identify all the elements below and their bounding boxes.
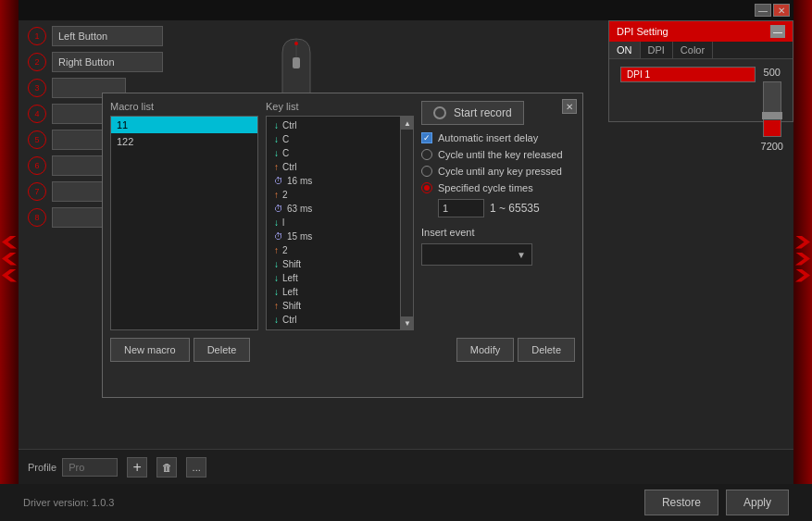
button-row-2: 2 Right Button bbox=[28, 52, 213, 72]
arrow-down-icon-8: ↓ bbox=[274, 315, 279, 325]
timer-icon-2: ⏱ bbox=[274, 204, 283, 214]
arrow-down-icon-9: ↓ bbox=[274, 329, 279, 330]
key-list-title: Key list bbox=[266, 101, 414, 112]
key-item-15: ↓ Ctrl bbox=[269, 313, 398, 327]
button-number-7: 7 bbox=[28, 182, 46, 201]
button-label-4[interactable] bbox=[52, 104, 107, 124]
options-section: Automatic insert delay Cycle until the k… bbox=[421, 132, 575, 266]
dropdown-arrow-icon: ▼ bbox=[517, 250, 526, 260]
left-chevrons bbox=[2, 236, 17, 286]
new-macro-button[interactable]: New macro bbox=[110, 338, 190, 362]
button-label-7[interactable] bbox=[52, 181, 107, 202]
title-bar: — ✕ bbox=[19, 0, 793, 20]
key-item-16: ↓ C bbox=[269, 327, 398, 330]
key-items-container: ↓ Ctrl ↓ C ↓ C ↑ Ctrl ⏱ 16 ms ↑ 2 ⏱ 63 m… bbox=[267, 117, 413, 330]
cycle-key-released-radio[interactable] bbox=[421, 149, 432, 160]
dpi-tabs: ON DPI Color bbox=[609, 42, 793, 59]
arrow-down-icon-7: ↓ bbox=[274, 287, 279, 297]
macro-dialog-close[interactable]: ✕ bbox=[562, 99, 577, 114]
cycle-key-released-row: Cycle until the key released bbox=[421, 149, 575, 160]
key-item-6: ↑ 2 bbox=[269, 188, 398, 202]
key-item-10: ↑ 2 bbox=[269, 243, 398, 257]
chevron-right-2 bbox=[795, 253, 810, 266]
arrow-down-icon-2: ↓ bbox=[274, 134, 279, 144]
driver-version-text: Driver version: 1.0.3 bbox=[23, 497, 114, 508]
arrow-down-icon-3: ↓ bbox=[274, 148, 279, 158]
button-number-4: 4 bbox=[28, 105, 46, 123]
svg-point-2 bbox=[294, 42, 298, 45]
dpi-item-1[interactable]: DPI 1 bbox=[620, 67, 756, 82]
button-label-2[interactable]: Right Button bbox=[52, 52, 163, 72]
delete-macro-button[interactable]: Delete bbox=[194, 338, 251, 362]
key-item-7: ⏱ 63 ms bbox=[269, 202, 398, 216]
restore-button[interactable]: Restore bbox=[644, 490, 718, 515]
key-item-3: ↓ C bbox=[269, 146, 398, 160]
delete-key-button[interactable]: Delete bbox=[518, 338, 575, 362]
button-number-1: 1 bbox=[28, 27, 46, 45]
specified-cycle-label: Specified cycle times bbox=[438, 182, 533, 193]
key-item-12: ↓ Left bbox=[269, 271, 398, 285]
button-label-6[interactable] bbox=[52, 155, 107, 176]
dpi-tab-on[interactable]: ON bbox=[609, 42, 641, 58]
arrow-down-icon-5: ↓ bbox=[274, 259, 279, 269]
apply-button[interactable]: Apply bbox=[726, 490, 789, 515]
cycle-any-key-radio[interactable] bbox=[421, 166, 432, 177]
button-number-5: 5 bbox=[28, 130, 46, 149]
arrow-up-icon-3: ↑ bbox=[274, 245, 279, 255]
arrow-down-icon-4: ↓ bbox=[274, 217, 279, 228]
chevron-left-1 bbox=[2, 236, 17, 249]
close-button[interactable]: ✕ bbox=[773, 4, 790, 17]
arrow-up-icon-4: ↑ bbox=[274, 301, 279, 311]
specified-cycle-radio[interactable] bbox=[421, 182, 432, 193]
macro-item-11[interactable]: 11 bbox=[111, 117, 257, 133]
timer-icon-3: ⏱ bbox=[274, 231, 283, 242]
cycle-key-released-label: Cycle until the key released bbox=[438, 149, 563, 160]
key-item-11: ↓ Shift bbox=[269, 257, 398, 271]
scroll-up-button[interactable]: ▲ bbox=[401, 117, 414, 130]
key-item-1: ↓ Ctrl bbox=[269, 118, 398, 132]
start-record-button[interactable]: Start record bbox=[421, 101, 524, 125]
key-list-panel: Key list ▲ ▼ ↓ Ctrl ↓ C ↓ C ↑ Ctrl bbox=[266, 101, 414, 330]
insert-event-dropdown[interactable]: ▼ bbox=[421, 243, 532, 266]
auto-insert-delay-checkbox[interactable] bbox=[421, 132, 432, 143]
cycle-any-key-row: Cycle until any key pressed bbox=[421, 166, 575, 177]
macro-footer: New macro Delete Modify Delete bbox=[103, 338, 582, 369]
button-label-5[interactable] bbox=[52, 130, 107, 150]
macro-list-box[interactable]: 11 122 bbox=[110, 116, 258, 330]
key-item-5: ⏱ 16 ms bbox=[269, 174, 398, 188]
macro-dialog-container: ✕ Macro list 11 122 Key list bbox=[102, 93, 812, 486]
dpi-tab-dpi[interactable]: DPI bbox=[641, 42, 673, 58]
scroll-down-button[interactable]: ▼ bbox=[401, 316, 414, 329]
key-item-8: ↓ l bbox=[269, 216, 398, 229]
modify-key-button[interactable]: Modify bbox=[456, 338, 514, 362]
button-label-8[interactable] bbox=[52, 207, 107, 228]
chevron-right-1 bbox=[795, 236, 810, 249]
macro-list-title: Macro list bbox=[110, 101, 258, 112]
dpi-tab-color[interactable]: Color bbox=[673, 42, 713, 58]
timer-icon-1: ⏱ bbox=[274, 176, 283, 186]
macro-body: Macro list 11 122 Key list ▲ ▼ bbox=[103, 93, 582, 338]
cycle-value-input[interactable] bbox=[438, 199, 484, 217]
dpi-minimize-button[interactable]: — bbox=[770, 25, 785, 38]
key-list-buttons: Modify Delete bbox=[456, 338, 575, 362]
button-number-2: 2 bbox=[28, 53, 46, 71]
insert-event-label: Insert event bbox=[421, 227, 575, 238]
arrow-up-icon-2: ↑ bbox=[274, 190, 279, 200]
macro-list-buttons: New macro Delete bbox=[110, 338, 250, 362]
chevron-left-3 bbox=[2, 269, 17, 282]
dpi-value-top: 500 bbox=[764, 67, 781, 78]
button-label-1[interactable]: Left Button bbox=[52, 26, 163, 46]
key-item-2: ↓ C bbox=[269, 132, 398, 146]
svg-rect-1 bbox=[293, 57, 300, 68]
key-list-scrollbar: ▲ ▼ bbox=[400, 117, 413, 329]
key-item-9: ⏱ 15 ms bbox=[269, 229, 398, 243]
auto-insert-delay-label: Automatic insert delay bbox=[438, 132, 538, 143]
macro-right-panel: Start record Automatic insert delay Cycl… bbox=[421, 101, 575, 330]
chevron-left-2 bbox=[2, 253, 17, 266]
key-item-13: ↓ Left bbox=[269, 285, 398, 299]
specified-cycle-row: Specified cycle times bbox=[421, 182, 575, 193]
button-number-3: 3 bbox=[28, 79, 46, 97]
macro-item-122[interactable]: 122 bbox=[111, 133, 257, 150]
button-number-6: 6 bbox=[28, 156, 46, 175]
minimize-button[interactable]: — bbox=[755, 4, 771, 17]
